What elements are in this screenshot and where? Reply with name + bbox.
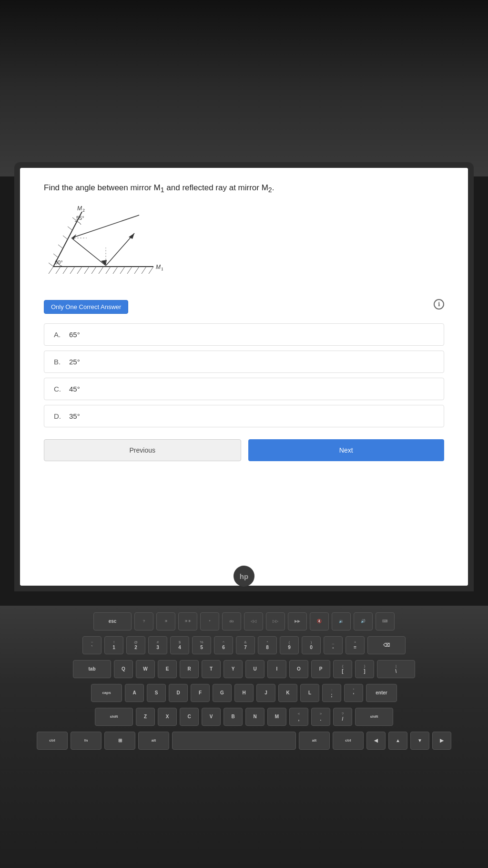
key-alt-right[interactable]: alt — [299, 732, 330, 750]
key-f6[interactable]: ◁◁ — [244, 612, 263, 630]
key-ctrl-left[interactable]: ctrl — [37, 732, 68, 750]
key-f11[interactable]: 🔊 — [354, 612, 373, 630]
key-equal[interactable]: += — [346, 636, 365, 654]
key-b[interactable]: B — [224, 708, 243, 726]
options-container: A. 65° B. 25° C. 45° D. 35° — [44, 323, 444, 427]
key-t[interactable]: T — [202, 660, 221, 678]
key-slash[interactable]: ?/ — [333, 708, 352, 726]
key-comma[interactable]: <, — [289, 708, 308, 726]
key-f[interactable]: F — [191, 684, 210, 702]
option-b[interactable]: B. 25° — [44, 351, 444, 373]
badge-row: Only One Correct Answer ℹ — [44, 300, 444, 323]
key-bracket-close[interactable]: }] — [355, 660, 374, 678]
svg-line-14 — [142, 267, 146, 274]
key-l[interactable]: L — [300, 684, 319, 702]
key-semicolon[interactable]: :; — [322, 684, 341, 702]
key-m[interactable]: M — [267, 708, 286, 726]
key-h[interactable]: H — [234, 684, 254, 702]
key-s[interactable]: S — [147, 684, 166, 702]
key-n[interactable]: N — [245, 708, 264, 726]
key-8[interactable]: *8 — [258, 636, 277, 654]
svg-text:2: 2 — [82, 208, 85, 213]
svg-line-21 — [58, 245, 63, 248]
key-shift-left[interactable]: shift — [95, 708, 133, 726]
key-arrow-down[interactable]: ▼ — [410, 732, 429, 750]
key-6[interactable]: ^6 — [214, 636, 233, 654]
key-w[interactable]: W — [136, 660, 155, 678]
key-d[interactable]: D — [169, 684, 188, 702]
key-g[interactable]: G — [213, 684, 232, 702]
key-f8[interactable]: ▶▶ — [288, 612, 307, 630]
key-arrow-left[interactable]: ◀ — [366, 732, 386, 750]
key-f12[interactable]: ⌨ — [376, 612, 395, 630]
key-caps[interactable]: caps — [91, 684, 122, 702]
key-z[interactable]: Z — [136, 708, 155, 726]
key-i[interactable]: I — [267, 660, 286, 678]
option-d[interactable]: D. 35° — [44, 405, 444, 427]
key-7[interactable]: &7 — [236, 636, 255, 654]
key-f1[interactable]: ? — [134, 612, 153, 630]
key-win[interactable]: ⊞ — [104, 732, 135, 750]
key-backspace[interactable]: ⌫ — [367, 636, 406, 654]
key-enter[interactable]: enter — [366, 684, 397, 702]
svg-line-6 — [84, 267, 89, 274]
laptop-bezel: Find the angle between mirror M1 and ref… — [14, 162, 474, 591]
laptop-screen: Find the angle between mirror M1 and ref… — [20, 168, 468, 586]
key-f5[interactable]: do — [222, 612, 241, 630]
key-bracket-open[interactable]: {[ — [333, 660, 352, 678]
key-tilde[interactable]: ~` — [82, 636, 102, 654]
next-button[interactable]: Next — [248, 439, 445, 461]
key-2[interactable]: @2 — [126, 636, 145, 654]
key-0[interactable]: )0 — [302, 636, 321, 654]
key-f10[interactable]: 🔉 — [332, 612, 351, 630]
key-ctrl-right[interactable]: ctrl — [333, 732, 364, 750]
key-f7[interactable]: ▷▷ — [266, 612, 285, 630]
key-4[interactable]: $4 — [170, 636, 189, 654]
key-y[interactable]: Y — [224, 660, 243, 678]
key-space[interactable] — [172, 732, 296, 750]
key-k[interactable]: K — [278, 684, 297, 702]
info-icon[interactable]: ℹ — [434, 299, 444, 310]
quiz-content-area: Find the angle between mirror M1 and ref… — [20, 168, 468, 586]
key-c[interactable]: C — [180, 708, 199, 726]
option-a[interactable]: A. 65° — [44, 323, 444, 346]
key-arrow-up[interactable]: ▲ — [388, 732, 407, 750]
key-j[interactable]: J — [256, 684, 275, 702]
key-u[interactable]: U — [245, 660, 264, 678]
key-minus[interactable]: _- — [324, 636, 343, 654]
key-arrow-right[interactable]: ▶ — [432, 732, 451, 750]
key-f4[interactable]: * — [200, 612, 219, 630]
key-f9[interactable]: 🔇 — [310, 612, 329, 630]
key-5[interactable]: %5 — [192, 636, 211, 654]
key-r[interactable]: R — [180, 660, 199, 678]
previous-button[interactable]: Previous — [44, 439, 241, 461]
key-9[interactable]: (9 — [280, 636, 299, 654]
key-q[interactable]: Q — [114, 660, 133, 678]
key-e[interactable]: E — [158, 660, 177, 678]
key-1[interactable]: !1 — [104, 636, 123, 654]
keyboard-asdf-row: caps A S D F G H J K L :; "' enter — [0, 681, 488, 705]
key-tab[interactable]: tab — [73, 660, 111, 678]
option-d-value: 35° — [69, 412, 80, 420]
key-f2[interactable]: ☀ — [156, 612, 175, 630]
question-text: Find the angle between mirror M1 and ref… — [44, 182, 444, 195]
key-p[interactable]: P — [311, 660, 330, 678]
key-shift-right[interactable]: shift — [355, 708, 393, 726]
key-alt-left[interactable]: alt — [138, 732, 169, 750]
key-backslash[interactable]: |\ — [377, 660, 415, 678]
key-o[interactable]: O — [289, 660, 308, 678]
key-esc[interactable]: esc — [93, 612, 132, 630]
key-f3[interactable]: ☀☀ — [178, 612, 197, 630]
key-a[interactable]: A — [125, 684, 144, 702]
key-v[interactable]: V — [202, 708, 221, 726]
option-b-value: 25° — [69, 358, 80, 366]
key-quote[interactable]: "' — [344, 684, 363, 702]
key-period[interactable]: >. — [311, 708, 330, 726]
option-c[interactable]: C. 45° — [44, 378, 444, 400]
svg-line-4 — [70, 267, 75, 274]
key-fn[interactable]: fn — [71, 732, 102, 750]
option-c-label: C. — [54, 385, 63, 393]
key-3[interactable]: #3 — [148, 636, 167, 654]
key-x[interactable]: X — [158, 708, 177, 726]
keyboard-num-row: ~` !1 @2 #3 $4 %5 ^6 &7 *8 (9 )0 _- += ⌫ — [0, 633, 488, 657]
